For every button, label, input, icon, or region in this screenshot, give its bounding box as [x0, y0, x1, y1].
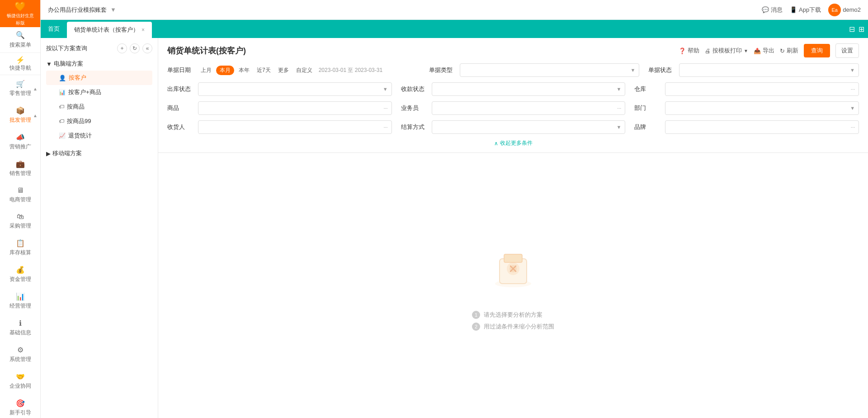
by-product99-label: 按商品99	[67, 117, 91, 125]
mobile-group-header[interactable]: ▶ 移动端方案	[46, 147, 152, 160]
user-profile-btn[interactable]: Ea demo2	[828, 4, 861, 16]
settlement-input[interactable]: ▼	[432, 120, 626, 134]
app-download-label: App下载	[799, 6, 821, 14]
filter-row-2: 出库状态 ▼ 收款状态 ▼	[167, 82, 859, 96]
order-type-input[interactable]: ▼	[460, 63, 640, 77]
add-scheme-btn[interactable]: +	[117, 43, 127, 53]
retail-icon: 🛒	[16, 80, 25, 88]
date-tab-custom[interactable]: 自定义	[293, 66, 315, 75]
settings-btn[interactable]: 设置	[835, 43, 859, 58]
receiver-label: 收货人	[167, 123, 194, 131]
settlement-chevron: ▼	[616, 124, 621, 130]
tab-home[interactable]: 首页	[41, 20, 67, 38]
out-status-input[interactable]: ▼	[198, 82, 392, 96]
sidebar-item-finance[interactable]: 💰 资金管理	[0, 261, 40, 288]
date-tab-lastmonth[interactable]: 上月	[198, 66, 214, 75]
salesman-label: 业务员	[401, 104, 428, 112]
date-tab-more[interactable]: 更多	[275, 66, 292, 75]
order-status-chevron: ▼	[850, 67, 855, 73]
desktop-scheme-group: ▼ 电脑端方案 👤 按客户 📊 按客户+商品 🏷 按商品	[46, 57, 152, 143]
quick-nav-item[interactable]: ⚡ 快捷导航	[0, 53, 40, 75]
tab-expand-icon[interactable]: ⊞	[859, 25, 864, 33]
desktop-group-header[interactable]: ▼ 电脑端方案	[46, 57, 152, 71]
by-customer-product-icon: 📊	[59, 89, 66, 95]
refresh-btn[interactable]: ↻ 刷新	[780, 47, 798, 55]
export-btn[interactable]: 📤 导出	[754, 47, 774, 55]
order-status-input[interactable]: ▼	[679, 63, 859, 77]
mobile-group-label: 移动端方案	[52, 149, 82, 157]
print-label: 按模板打印	[712, 47, 742, 55]
message-icon: 💬	[762, 6, 769, 13]
scheme-section: ▼ 电脑端方案 👤 按客户 📊 按客户+商品 🏷 按商品	[41, 57, 158, 162]
username-label: demo2	[843, 6, 861, 13]
print-btn[interactable]: 🖨 按模板打印 ▼	[705, 47, 748, 55]
title-row: 销货单统计表(按客户) ❓ 帮助 🖨 按模板打印 ▼ 📤	[167, 43, 859, 58]
refresh-label: 刷新	[787, 47, 798, 55]
brand-input[interactable]: ···	[665, 120, 859, 134]
date-tab-7days[interactable]: 近7天	[254, 66, 274, 75]
tip-text-1: 请先选择要分析的方案	[484, 311, 542, 319]
scheme-return-stats[interactable]: 📈 退货统计	[46, 128, 152, 143]
warehouse-input[interactable]: ···	[665, 82, 859, 96]
salesman-input[interactable]: ···	[432, 101, 626, 115]
scheme-by-product[interactable]: 🏷 按商品	[46, 100, 152, 114]
export-icon: 📤	[754, 48, 761, 54]
tab-home-label: 首页	[48, 25, 60, 33]
account-title: 办公用品行业模拟账套	[48, 6, 107, 14]
right-panel: 销货单统计表(按客户) ❓ 帮助 🖨 按模板打印 ▼ 📤	[158, 38, 868, 418]
sidebar-item-enterprise[interactable]: 🤝 企业协同	[0, 368, 40, 394]
topbar: 办公用品行业模拟账套 ▼ 💬 消息 📱 App下载 Ea demo2	[41, 0, 868, 20]
order-type-label: 单据类型	[429, 66, 456, 74]
sidebar-item-operation[interactable]: 📊 经营管理	[0, 288, 40, 314]
sidebar-item-guide[interactable]: 🎯 新手引导	[0, 394, 40, 418]
export-label: 导出	[763, 47, 774, 55]
sidebar-item-inventory[interactable]: 📋 库存核算	[0, 234, 40, 261]
scheme-by-customer-product[interactable]: 📊 按客户+商品	[46, 85, 152, 100]
help-btn[interactable]: ❓ 帮助	[679, 47, 699, 55]
department-chevron: ▼	[850, 105, 855, 111]
collapse-panel-btn[interactable]: «	[142, 43, 152, 53]
query-btn[interactable]: 查询	[804, 44, 830, 57]
refresh-scheme-btn[interactable]: ↻	[130, 43, 140, 53]
product-input[interactable]: ···	[198, 101, 392, 115]
order-type-chevron: ▼	[630, 67, 635, 73]
filter-settlement: 结算方式 ▼	[401, 120, 626, 134]
department-input[interactable]: ▼	[665, 101, 859, 115]
tip-text-2: 用过滤条件来缩小分析范围	[484, 323, 554, 331]
payment-status-input[interactable]: ▼	[432, 82, 626, 96]
sidebar-item-wholesale[interactable]: 📦 批发管理 ▲	[0, 102, 40, 128]
message-btn[interactable]: 💬 消息	[762, 6, 783, 14]
tab-minimize-icon[interactable]: ⊟	[849, 25, 855, 33]
date-tab-thismonth[interactable]: 本月	[216, 66, 234, 75]
return-stats-icon: 📈	[59, 133, 66, 139]
sidebar-item-basic[interactable]: ℹ 基础信息	[0, 314, 40, 341]
filter-date: 单据日期 上月 本月 本年 近7天 更多 自定义 2023-03-01 至 20…	[167, 66, 420, 75]
receiver-input[interactable]: ···	[198, 120, 392, 134]
topbar-dropdown-icon[interactable]: ▼	[110, 6, 116, 13]
sidebar-item-system[interactable]: ⚙ 系统管理	[0, 341, 40, 368]
collapse-btn[interactable]: ∧ 收起更多条件	[167, 139, 859, 147]
sidebar-item-sales[interactable]: 💼 销售管理	[0, 155, 40, 182]
sidebar-item-marketing[interactable]: 📣 营销推广	[0, 128, 40, 155]
logo-icon: 🧡	[14, 1, 26, 12]
by-product-icon: 🏷	[59, 104, 64, 110]
filter-warehouse: 仓库 ···	[634, 82, 859, 96]
salesman-dots: ···	[617, 105, 621, 111]
header-actions: ❓ 帮助 🖨 按模板打印 ▼ 📤 导出 ↻	[679, 43, 859, 58]
tab-sales-stats-label: 销货单统计表（按客户）	[74, 26, 139, 34]
sidebar-item-retail[interactable]: 🛒 零售管理 ▲	[0, 75, 40, 102]
print-icon: 🖨	[705, 48, 711, 54]
scheme-by-product99[interactable]: 🏷 按商品99	[46, 114, 152, 128]
date-tab-thisyear[interactable]: 本年	[236, 66, 252, 75]
department-label: 部门	[634, 104, 661, 112]
left-panel-header: 按以下方案查询 + ↻ «	[41, 43, 158, 57]
refresh-icon: ↻	[780, 48, 785, 54]
sidebar-item-ecommerce[interactable]: 🖥 电商管理	[0, 182, 40, 208]
search-menu-item[interactable]: 🔍 搜索菜单	[0, 27, 40, 53]
wholesale-arrow: ▲	[33, 113, 38, 118]
tab-close-icon[interactable]: ×	[142, 27, 145, 33]
scheme-by-customer[interactable]: 👤 按客户	[46, 71, 152, 85]
tab-sales-stats[interactable]: 销货单统计表（按客户） ×	[67, 22, 152, 38]
app-download-btn[interactable]: 📱 App下载	[790, 6, 821, 14]
sidebar-item-purchase[interactable]: 🛍 采购管理	[0, 208, 40, 234]
